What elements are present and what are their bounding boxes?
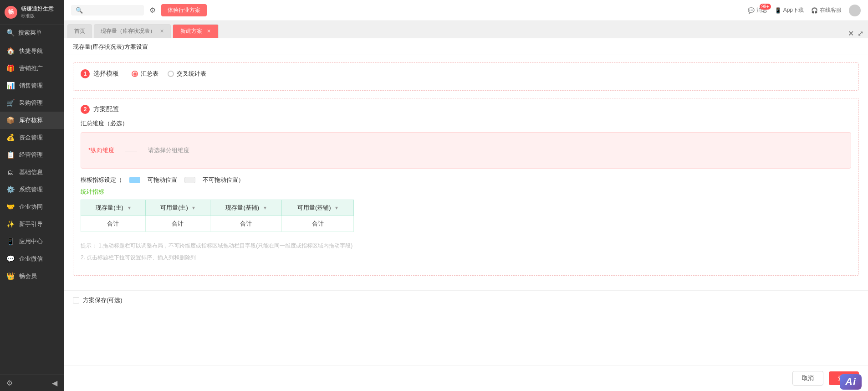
cancel-button[interactable]: 取消 bbox=[792, 371, 823, 386]
main-area: 🔍 ⚙ 体验行业方案 💬 消息 99+ 📱 App下载 🎧 在线客服 首页 bbox=[64, 0, 868, 391]
indicator-row: 模板指标设定（ 可拖动位置 不可拖动位置） bbox=[81, 176, 851, 184]
sidebar-item-quicknav[interactable]: 🏠 快捷导航 bbox=[0, 42, 64, 60]
sidebar-search[interactable]: 🔍 搜索菜单 bbox=[0, 25, 64, 41]
search-input[interactable] bbox=[86, 7, 140, 14]
app-download-button[interactable]: 📱 App下载 bbox=[775, 6, 804, 14]
chart-icon: 📊 bbox=[6, 82, 15, 90]
ai-badge: Ai bbox=[840, 374, 862, 390]
clipboard-icon: 📋 bbox=[6, 151, 15, 159]
step1-title: 选择模板 bbox=[93, 70, 119, 78]
sidebar-item-newguide[interactable]: ✨ 新手引导 bbox=[0, 216, 64, 233]
sidebar-item-marketing[interactable]: 🎁 营销推广 bbox=[0, 60, 64, 77]
logo-icon: 畅 bbox=[5, 6, 17, 19]
user-avatar[interactable] bbox=[849, 5, 861, 16]
sidebar-item-finance[interactable]: 💰 资金管理 bbox=[0, 129, 64, 146]
tab-inventory-status[interactable]: 现存量（库存状况表） ✕ bbox=[94, 24, 171, 38]
tab-new-close-icon[interactable]: ✕ bbox=[207, 28, 211, 34]
dim-placeholder[interactable]: 请选择分组维度 bbox=[148, 146, 189, 154]
tab-home[interactable]: 首页 bbox=[67, 24, 92, 38]
wechat-icon: 💬 bbox=[6, 255, 15, 263]
tips-section: 提示： 1.拖动标题栏可以调整布局，不可跨维度或指标区域拖动栏目字段(只能在同一… bbox=[81, 237, 851, 269]
topbar: 🔍 ⚙ 体验行业方案 💬 消息 99+ 📱 App下载 🎧 在线客服 bbox=[64, 0, 868, 21]
tab-home-label: 首页 bbox=[74, 27, 85, 35]
indicator-fixed-label: 不可拖动位置） bbox=[203, 176, 244, 184]
radio-cross[interactable]: 交叉统计表 bbox=[168, 70, 206, 78]
template-radio-group: 汇总表 交叉统计表 bbox=[132, 70, 206, 78]
sidebar-item-basic[interactable]: 🗂 基础信息 bbox=[0, 164, 64, 181]
col-header-0[interactable]: 现存量(主) ▾ bbox=[81, 200, 146, 216]
sidebar-item-label: 经营管理 bbox=[19, 151, 43, 159]
sidebar-item-system[interactable]: ⚙️ 系统管理 bbox=[0, 181, 64, 198]
settings-gear-icon[interactable]: ⚙ bbox=[149, 6, 156, 15]
sidebar-item-operation[interactable]: 📋 经营管理 bbox=[0, 146, 64, 164]
sidebar-item-sales[interactable]: 📊 销售管理 bbox=[0, 77, 64, 94]
radio-cross-label: 交叉统计表 bbox=[177, 70, 206, 78]
app-version: 标准版 bbox=[21, 13, 54, 19]
industry-scheme-button[interactable]: 体验行业方案 bbox=[161, 4, 207, 16]
message-icon: 💬 bbox=[748, 7, 755, 14]
cell-1-0: 合计 bbox=[145, 216, 210, 232]
tab-collapse-button[interactable]: ✕ bbox=[848, 29, 854, 38]
stats-title: 统计指标 bbox=[81, 188, 851, 196]
tip-1: 提示： 1.拖动标题栏可以调整布局，不可跨维度或指标区域拖动栏目字段(只能在同一… bbox=[81, 241, 851, 251]
step1-section: 1 选择模板 汇总表 交叉统计表 bbox=[73, 62, 859, 91]
radio-summary[interactable]: 汇总表 bbox=[132, 70, 158, 78]
col-header-2[interactable]: 现存量(基辅) ▾ bbox=[210, 200, 282, 216]
sidebar-item-wechat[interactable]: 💬 企业微信 bbox=[0, 250, 64, 268]
home-icon: 🏠 bbox=[6, 47, 15, 55]
sidebar-item-purchase[interactable]: 🛒 采购管理 bbox=[0, 94, 64, 112]
indicator-label: 模板指标设定（ bbox=[81, 176, 122, 184]
message-button[interactable]: 💬 消息 99+ bbox=[748, 6, 767, 14]
sidebar-item-member[interactable]: 👑 畅会员 bbox=[0, 268, 64, 285]
topbar-search-box[interactable]: 🔍 bbox=[71, 5, 144, 15]
mobile-icon: 📱 bbox=[6, 237, 15, 246]
handshake-icon: 🤝 bbox=[6, 203, 15, 211]
col-label-2: 现存量(基辅) bbox=[225, 204, 259, 211]
col-header-3[interactable]: 可用量(基辅) ▾ bbox=[282, 200, 354, 216]
topbar-right: 💬 消息 99+ 📱 App下载 🎧 在线客服 bbox=[748, 5, 861, 16]
col-chevron-0: ▾ bbox=[128, 205, 131, 211]
app-name: 畅赚通好生意 bbox=[21, 5, 54, 13]
sidebar-item-label: 系统管理 bbox=[19, 185, 43, 194]
sidebar-item-label: 营销推广 bbox=[19, 64, 43, 72]
sidebar-item-label: 快捷导航 bbox=[19, 47, 43, 55]
tab-new-scheme[interactable]: 新建方案 ✕ bbox=[173, 24, 219, 38]
sidebar-item-label: 新手引导 bbox=[19, 220, 43, 228]
radio-cross-circle bbox=[168, 71, 174, 77]
online-service-button[interactable]: 🎧 在线客服 bbox=[811, 6, 842, 14]
sidebar-item-label: 应用中心 bbox=[19, 237, 43, 246]
service-icon: 🎧 bbox=[811, 7, 818, 14]
summary-dim-label: 汇总维度（必选） bbox=[81, 119, 851, 128]
sidebar-item-label: 企业微信 bbox=[19, 255, 43, 263]
fixed-badge bbox=[184, 177, 195, 183]
sidebar-item-cooperation[interactable]: 🤝 企业协同 bbox=[0, 198, 64, 216]
cell-0-0: 合计 bbox=[81, 216, 146, 232]
sidebar-item-appcenter[interactable]: 📱 应用中心 bbox=[0, 233, 64, 250]
col-label-0: 现存量(主) bbox=[96, 204, 123, 211]
form-body: 1 选择模板 汇总表 交叉统计表 bbox=[64, 55, 868, 290]
cell-3-0: 合计 bbox=[282, 216, 354, 232]
step1-num: 1 bbox=[81, 69, 90, 78]
col-header-1[interactable]: 可用量(主) ▾ bbox=[145, 200, 210, 216]
sidebar-item-label: 采购管理 bbox=[19, 99, 43, 107]
save-checkbox[interactable] bbox=[73, 297, 79, 304]
tab-inventory-close-icon[interactable]: ✕ bbox=[160, 28, 164, 34]
step2-header: 2 方案配置 bbox=[81, 105, 851, 114]
box-icon: 📦 bbox=[6, 116, 15, 124]
sidebar: 畅 畅赚通好生意 标准版 🔍 搜索菜单 🏠 快捷导航 🎁 营销推广 📊 销售管理… bbox=[0, 0, 64, 391]
collapse-icon[interactable]: ◀ bbox=[52, 379, 57, 387]
table-row: 合计 合计 合计 合计 bbox=[81, 216, 354, 232]
crown-icon: 👑 bbox=[6, 272, 15, 280]
tab-inventory-label: 现存量（库存状况表） bbox=[101, 27, 155, 35]
app-logo: 畅 畅赚通好生意 标准版 bbox=[0, 0, 64, 25]
settings-icon[interactable]: ⚙ bbox=[6, 379, 13, 387]
step1-header: 1 选择模板 汇总表 交叉统计表 bbox=[81, 69, 851, 78]
money-icon: 💰 bbox=[6, 134, 15, 142]
cart-icon: 🛒 bbox=[6, 99, 15, 107]
dim-area: *纵向维度 —— 请选择分组维度 bbox=[81, 132, 851, 169]
sidebar-item-inventory[interactable]: 📦 库存核算 bbox=[0, 112, 64, 129]
sidebar-item-label: 企业协同 bbox=[19, 203, 43, 211]
search-label: 搜索菜单 bbox=[18, 29, 42, 37]
step2-title: 方案配置 bbox=[93, 105, 119, 113]
tab-expand-button[interactable]: ⤢ bbox=[858, 29, 863, 38]
